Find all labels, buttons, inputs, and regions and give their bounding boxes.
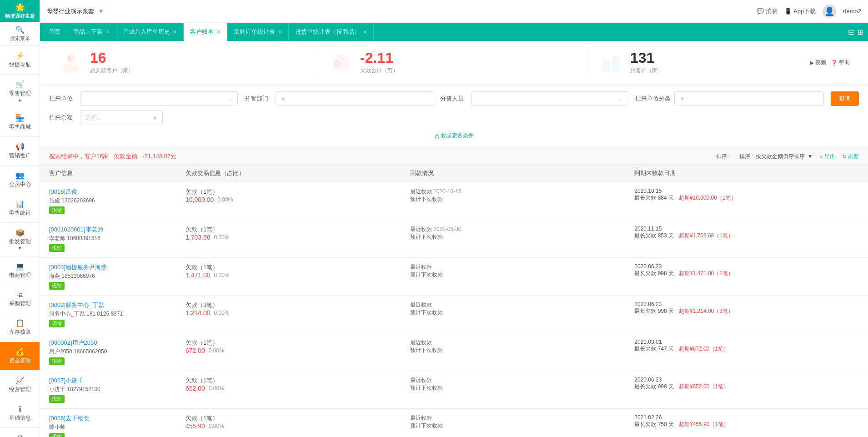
overdue-amount-link[interactable]: 超期¥1,471.00（1笔） xyxy=(679,270,733,276)
debt-amount-link[interactable]: 10,000.00 xyxy=(186,196,214,203)
latest-payment: 最近收款 xyxy=(410,414,635,422)
message-button[interactable]: 💬 消息 xyxy=(757,7,778,15)
sidebar-item-inventory[interactable]: 📋 库存核算 xyxy=(0,313,40,342)
play-icon: ▶ xyxy=(810,60,814,66)
search-button[interactable]: 查询 xyxy=(831,91,859,106)
unit-category-input[interactable]: ▼ xyxy=(674,91,824,106)
dept-input[interactable]: ▼ xyxy=(276,91,433,106)
overdue-days: 最长欠款 998 天 xyxy=(634,308,674,314)
tab-production[interactable]: 产成品入库单历史 ✕ xyxy=(116,23,184,41)
tab-collapse-icon[interactable]: ⊟ xyxy=(848,28,854,36)
debt-customers-info: 16 总欠款客户（家） xyxy=(90,50,134,75)
customer-tag: 现销 xyxy=(49,357,65,365)
sidebar-item-quick-nav[interactable]: ⚡ 快捷导航 xyxy=(0,46,40,75)
sidebar-item-retail-stats[interactable]: 📊 零售统计 xyxy=(0,194,40,223)
tab-close-icon[interactable]: ✕ xyxy=(173,29,177,35)
customer-name-link[interactable]: [0016]吕俊 xyxy=(49,188,186,196)
latest-payment: 最近收款 2020-06-30 xyxy=(410,226,635,233)
user-avatar-icon: 👤 xyxy=(824,6,834,16)
debt-amount-link[interactable]: 1,471.00 xyxy=(186,271,211,279)
due-date: 2020.06.23 xyxy=(634,263,859,270)
tab-expand-icon[interactable]: ⊞ xyxy=(858,28,863,36)
retail-mgmt-icon: 🛒 xyxy=(2,80,37,89)
sidebar-item-label: 快捷导航 xyxy=(2,61,37,69)
tab-products[interactable]: 商品上下架 ✕ xyxy=(67,23,116,41)
filter-balance: 往来余额 选择... ▼ xyxy=(49,111,163,125)
overdue-amount-link[interactable]: 超期¥652.00（1笔） xyxy=(679,383,729,390)
tab-close-icon[interactable]: ✕ xyxy=(363,29,367,35)
tab-close-icon[interactable]: ✕ xyxy=(216,29,221,35)
collapse-more-filters-button[interactable]: ⋀ 收起更多条件 xyxy=(49,130,859,142)
overdue-amount-link[interactable]: 超期¥1,214.00（3笔） xyxy=(679,308,733,314)
debt-count: 欠款（3笔） xyxy=(186,301,410,309)
sidebar-item-retail-mgmt[interactable]: 🛒 零售管理 ▲ xyxy=(0,75,40,108)
payment-info-cell: 最近收款 预计下次收款 xyxy=(410,263,635,290)
sidebar-item-retail-mall[interactable]: 🏪 零售商城 xyxy=(0,108,40,137)
overdue-amount-link[interactable]: 超期¥1,703.68（1笔） xyxy=(679,232,733,239)
debt-amount-link[interactable]: 652.00 xyxy=(186,385,205,392)
source-unit-input[interactable]: ... xyxy=(80,91,238,106)
total-customers-icon xyxy=(598,50,623,75)
overdue-amount-link[interactable]: 超期¥455.90（1笔） xyxy=(679,421,729,427)
view-video-button[interactable]: ▶ 视频 xyxy=(810,59,826,66)
debt-percent: 0.00% xyxy=(214,272,230,278)
debt-count: 欠款（1笔） xyxy=(186,414,410,422)
sidebar-item-system[interactable]: ⚙ 系统管理 xyxy=(0,428,40,437)
person-input[interactable]: ... xyxy=(471,91,629,106)
person-label: 分管人员 xyxy=(440,95,467,103)
debt-amount-link[interactable]: 1,703.68 xyxy=(186,234,211,241)
debt-amount-link[interactable]: 1,214.00 xyxy=(186,309,211,316)
basic-info-icon: ℹ xyxy=(2,405,37,413)
export-button[interactable]: ○ 导出 xyxy=(820,153,835,161)
sidebar-item-ecommerce[interactable]: 💻 电商管理 xyxy=(0,256,40,285)
refresh-button[interactable]: ↻ 刷新 xyxy=(842,153,859,161)
sidebar-item-operations[interactable]: 📈 经营管理 xyxy=(0,371,40,399)
next-payment: 预计下次收款 xyxy=(410,384,635,392)
overdue-days: 最长欠款 998 天 xyxy=(634,270,674,276)
mobile-icon: 📱 xyxy=(784,8,792,15)
col-header-due: 到期未收款日期 xyxy=(634,169,859,177)
tab-purchase-order[interactable]: 采购订单统计表 ✕ xyxy=(227,23,289,41)
overdue-amount-link[interactable]: 超期¥672.00（1笔） xyxy=(679,346,729,352)
filter-area: 往来单位 ... 分管部门 ▼ 分管人员 ... xyxy=(40,85,868,146)
message-icon: 💬 xyxy=(757,8,764,15)
help-button[interactable]: ❓ 帮助 xyxy=(831,59,850,66)
sidebar-item-batch-mgmt[interactable]: 📦 批发管理 ▼ xyxy=(0,223,40,256)
sort-selector[interactable]: 排序：按欠款金额倒序排序 ▼ xyxy=(739,153,813,161)
company-selector[interactable]: 母婴行业演示账套 ▼ xyxy=(47,7,104,15)
chevron-down-icon: ▼ xyxy=(679,95,685,102)
total-customers-label: 总客户（家） xyxy=(630,67,663,75)
sidebar-item-marketing[interactable]: 📢 营销推广 xyxy=(0,137,40,166)
balance-input[interactable]: 选择... ▼ xyxy=(80,111,163,125)
debt-amount-link[interactable]: 672.00 xyxy=(186,347,205,354)
customer-name-link[interactable]: [000002]用户2050 xyxy=(49,339,186,347)
debt-amount-info: -2.11 欠款合计（万） xyxy=(360,50,398,75)
tab-close-icon[interactable]: ✕ xyxy=(278,29,282,35)
sidebar-item-label: 批发管理 xyxy=(2,238,37,246)
due-date-cell: 2021.03.01 最长欠款 747 天 超期¥672.00（1笔） xyxy=(634,339,859,365)
sidebar-item-search[interactable]: 🔍 搜索菜单 xyxy=(0,22,40,46)
tab-close-icon[interactable]: ✕ xyxy=(105,29,110,35)
debt-amount-icon: ◇ xyxy=(328,50,353,75)
sidebar-item-member[interactable]: 👥 会员中心 xyxy=(0,166,40,194)
debt-count: 欠款（1笔） xyxy=(186,263,410,271)
tab-customer-account[interactable]: 客户账本 ✕ xyxy=(184,23,227,41)
customer-name-link[interactable]: [0006]去下粮仓 xyxy=(49,414,186,422)
tab-import-stats[interactable]: 进货单统计表（按商品） ✕ xyxy=(289,23,374,41)
chevron-down-icon: ▲ xyxy=(2,97,37,102)
table-row: [0003]畅捷服务尹海燕 海燕 18513066976 现销 欠款（1笔） 1… xyxy=(40,258,868,296)
balance-label: 往来余额 xyxy=(49,114,76,122)
customer-name-link[interactable]: [0002]服务中心_丁磊 xyxy=(49,301,186,309)
sidebar-item-capital[interactable]: 💰 资金管理 xyxy=(0,342,40,371)
overdue-amount-link[interactable]: 超期¥10,000.00（1笔） xyxy=(679,195,737,201)
app-download-button[interactable]: 📱 App下载 xyxy=(784,7,816,15)
tab-home[interactable]: 首页 xyxy=(42,23,67,41)
customer-name-link[interactable]: [0001020001]李老师 xyxy=(49,226,186,234)
sidebar-item-purchase[interactable]: 🛍 采购管理 xyxy=(0,285,40,313)
avatar[interactable]: 👤 xyxy=(823,5,836,18)
sort-label: 排序： xyxy=(716,153,733,161)
customer-name-link[interactable]: [0003]畅捷服务尹海燕 xyxy=(49,263,186,271)
debt-amount-link[interactable]: 455.90 xyxy=(186,422,205,430)
customer-name-link[interactable]: [0007]小进千 xyxy=(49,377,186,385)
sidebar-item-basic-info[interactable]: ℹ 基础信息 xyxy=(0,399,40,428)
